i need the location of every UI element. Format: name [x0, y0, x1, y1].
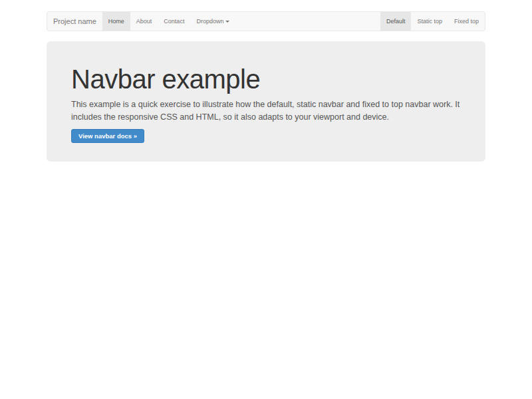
- nav-item-contact[interactable]: Contact: [158, 12, 190, 31]
- jumbotron-description: This example is a quick exercise to illu…: [71, 98, 462, 124]
- navbar-left-nav: Home About Contact Dropdown: [102, 12, 236, 31]
- navbar-brand[interactable]: Project name: [47, 12, 102, 31]
- navbar-right-nav: Default Static top Fixed top: [380, 12, 485, 31]
- nav-item-dropdown-label: Dropdown: [196, 18, 223, 25]
- nav-item-dropdown[interactable]: Dropdown: [190, 12, 235, 31]
- nav-item-about[interactable]: About: [130, 12, 158, 31]
- navbar: Project name Home About Contact Dropdown…: [47, 11, 485, 31]
- page-title: Navbar example: [71, 65, 461, 93]
- nav-item-default[interactable]: Default: [380, 12, 412, 31]
- caret-down-icon: [225, 21, 229, 23]
- nav-item-fixed-top[interactable]: Fixed top: [448, 12, 485, 31]
- jumbotron: Navbar example This example is a quick e…: [47, 41, 485, 162]
- nav-item-static-top[interactable]: Static top: [411, 12, 448, 31]
- view-navbar-docs-button[interactable]: View navbar docs »: [71, 129, 144, 143]
- nav-item-home[interactable]: Home: [102, 12, 130, 31]
- page-container: Project name Home About Contact Dropdown…: [47, 11, 485, 162]
